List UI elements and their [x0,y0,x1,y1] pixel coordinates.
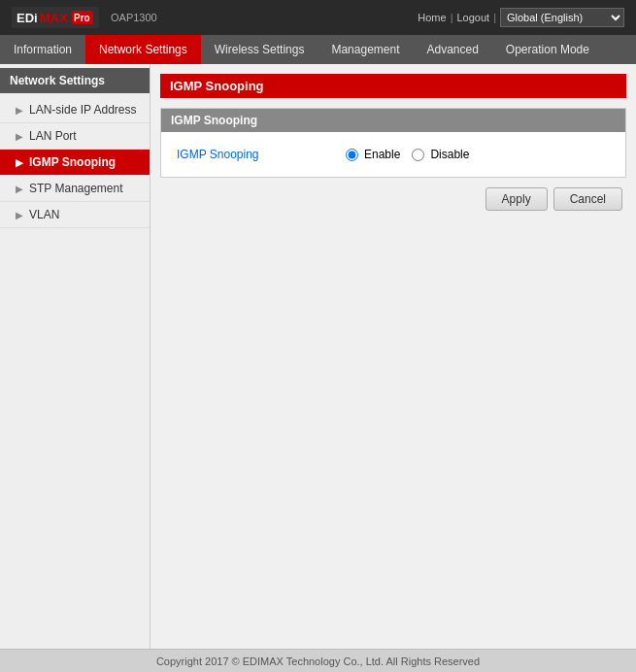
logo: EDi MAX Pro OAP1300 [12,7,157,28]
arrow-icon: ▶ [16,105,23,116]
enable-radio[interactable] [346,149,358,161]
enable-radio-label[interactable]: Enable [346,148,400,161]
nav-bar: Information Network Settings Wireless Se… [0,35,636,64]
nav-information[interactable]: Information [0,35,85,64]
section-header: IGMP Snooping [161,109,625,132]
content-area: IGMP Snooping IGMP Snooping IGMP Snoopin… [151,64,636,649]
logout-link[interactable]: Logout [456,12,489,23]
page-title: IGMP Snooping [160,74,626,98]
arrow-icon: ▶ [16,210,23,220]
nav-advanced[interactable]: Advanced [413,35,491,64]
nav-operation-mode[interactable]: Operation Mode [492,35,603,64]
sidebar: Network Settings ▶ LAN-side IP Address ▶… [0,64,151,649]
edimax-logo-icon: EDi MAX Pro [12,7,99,28]
igmp-snooping-field-link[interactable]: IGMP Snooping [177,148,259,161]
disable-label: Disable [430,148,469,161]
svg-text:EDi: EDi [17,11,38,25]
arrow-icon: ▶ [16,184,23,194]
main-layout: Network Settings ▶ LAN-side IP Address ▶… [0,64,636,649]
cancel-button[interactable]: Cancel [553,187,622,211]
header: EDi MAX Pro OAP1300 Home | Logout | Glob… [0,0,636,35]
sidebar-item-igmp-snooping[interactable]: ▶ IGMP Snooping [0,150,150,176]
svg-text:MAX: MAX [40,11,68,25]
separator1: | [451,12,453,23]
enable-label: Enable [364,148,400,161]
separator2: | [493,12,496,23]
device-model: OAP1300 [111,12,157,23]
section-body: IGMP Snooping Enable Disable [161,132,625,177]
sidebar-item-stp-management[interactable]: ▶ STP Management [0,176,150,202]
language-select[interactable]: Global (English) Chinese (Traditional) C… [500,8,624,27]
nav-management[interactable]: Management [318,35,413,64]
sidebar-item-vlan[interactable]: ▶ VLAN [0,202,150,228]
header-right: Home | Logout | Global (English) Chinese… [418,8,624,27]
logo-text: EDi MAX Pro [12,7,99,28]
arrow-icon: ▶ [16,131,23,142]
arrow-icon: ▶ [16,157,23,168]
nav-wireless-settings[interactable]: Wireless Settings [201,35,318,64]
igmp-snooping-section: IGMP Snooping IGMP Snooping Enable Disab… [160,108,626,178]
footer: Copyright 2017 © EDIMAX Technology Co., … [0,649,636,672]
disable-radio-label[interactable]: Disable [412,148,469,161]
footer-text: Copyright 2017 © EDIMAX Technology Co., … [156,655,480,667]
igmp-snooping-label: IGMP Snooping [171,148,346,161]
apply-button[interactable]: Apply [485,187,548,211]
svg-text:Pro: Pro [74,13,90,23]
sidebar-item-lan-port[interactable]: ▶ LAN Port [0,123,150,150]
home-link[interactable]: Home [418,12,446,23]
button-row: Apply Cancel [160,187,626,211]
nav-network-settings[interactable]: Network Settings [85,35,201,64]
igmp-snooping-row: IGMP Snooping Enable Disable [171,142,616,167]
igmp-snooping-control: Enable Disable [346,148,469,161]
sidebar-item-lan-ip[interactable]: ▶ LAN-side IP Address [0,97,150,123]
disable-radio[interactable] [412,149,424,161]
sidebar-title: Network Settings [0,68,150,93]
